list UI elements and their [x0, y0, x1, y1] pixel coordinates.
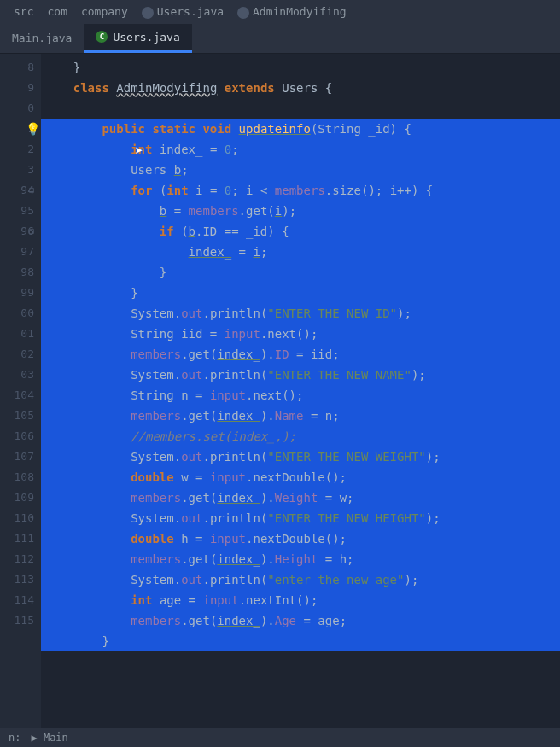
file-icon	[142, 7, 154, 19]
code-line[interactable]: System.out.println("ENTER THE NEW HEIGHT…	[41, 508, 560, 528]
code-line[interactable]: }	[41, 262, 560, 283]
code-line[interactable]	[41, 651, 560, 672]
code-line[interactable]: int age = input.nextInt();	[41, 590, 560, 610]
breadcrumb-item[interactable]: company	[76, 5, 133, 18]
code-line[interactable]: String iid = input.next();	[41, 324, 560, 344]
code-line[interactable]: 💡 public static void updateinfo(String _…	[41, 119, 560, 139]
editor: 8 901 2394 959697 989900 010203 10410510…	[0, 54, 560, 741]
code-area[interactable]: } class AdminModyifing extends Users { 💡…	[41, 54, 560, 741]
breadcrumb: src com company Users.java AdminModyifin…	[0, 0, 560, 24]
class-icon	[237, 7, 249, 19]
code-line[interactable]: //members.set(index_,);	[41, 426, 560, 446]
breadcrumb-item[interactable]: src	[9, 5, 38, 18]
code-line[interactable]: System.out.println("ENTER THE NEW ID");	[41, 303, 560, 324]
code-line[interactable]: System.out.println("ENTER THE NEW NAME")…	[41, 365, 560, 385]
code-line[interactable]: members.get(index_).Weight = w;	[41, 487, 560, 508]
tab-users-java[interactable]: C Users.java	[84, 24, 191, 53]
code-line[interactable]: members.get(index_).Age = age;	[41, 610, 560, 631]
code-line[interactable]	[41, 98, 560, 119]
fold-icon[interactable]: ⊟	[29, 221, 34, 242]
tab-main-java[interactable]: Main.java	[0, 24, 84, 53]
code-line[interactable]: double w = input.nextDouble();	[41, 467, 560, 487]
code-line[interactable]: index_ = i;	[41, 242, 560, 262]
code-line[interactable]: }	[41, 631, 560, 651]
code-line[interactable]: String n = input.next();	[41, 385, 560, 406]
code-line[interactable]: Users b;	[41, 160, 560, 180]
code-line[interactable]: members.get(index_).Height = h;	[41, 549, 560, 569]
code-line[interactable]: }	[41, 57, 560, 78]
code-line[interactable]: System.out.println("ENTER THE NEW WEIGHT…	[41, 446, 560, 467]
fold-icon[interactable]: ⊟	[29, 180, 34, 201]
code-line[interactable]: b = members.get(i);	[41, 201, 560, 221]
tab-bar: Main.java C Users.java	[0, 24, 560, 54]
code-line[interactable]: members.get(index_).ID = iid;	[41, 344, 560, 365]
code-line[interactable]: double h = input.nextDouble();	[41, 528, 560, 549]
breadcrumb-item[interactable]: AdminModyifing	[232, 5, 352, 19]
java-class-icon: C	[96, 31, 108, 43]
code-line[interactable]: }	[41, 283, 560, 303]
breadcrumb-item[interactable]: com	[42, 5, 72, 18]
code-line[interactable]: members.get(index_).Name = n;	[41, 406, 560, 426]
breadcrumb-item[interactable]: Users.java	[137, 5, 229, 19]
code-line[interactable]: ➤ int index_ = 0;	[41, 139, 560, 160]
run-config[interactable]: ▶ Main	[31, 732, 67, 744]
code-line[interactable]: ⊟ if (b.ID == _id) {	[41, 221, 560, 242]
status-bar: n: ▶ Main	[0, 728, 560, 747]
status-label: n:	[9, 732, 20, 744]
code-line[interactable]: System.out.println("enter the new age");	[41, 569, 560, 590]
intention-bulb-icon[interactable]: 💡	[26, 119, 40, 139]
line-gutter: 8 901 2394 959697 989900 010203 10410510…	[0, 54, 41, 741]
code-line[interactable]: class AdminModyifing extends Users {	[41, 78, 560, 98]
code-line[interactable]: ⊟ for (int i = 0; i < members.size(); i+…	[41, 180, 560, 201]
